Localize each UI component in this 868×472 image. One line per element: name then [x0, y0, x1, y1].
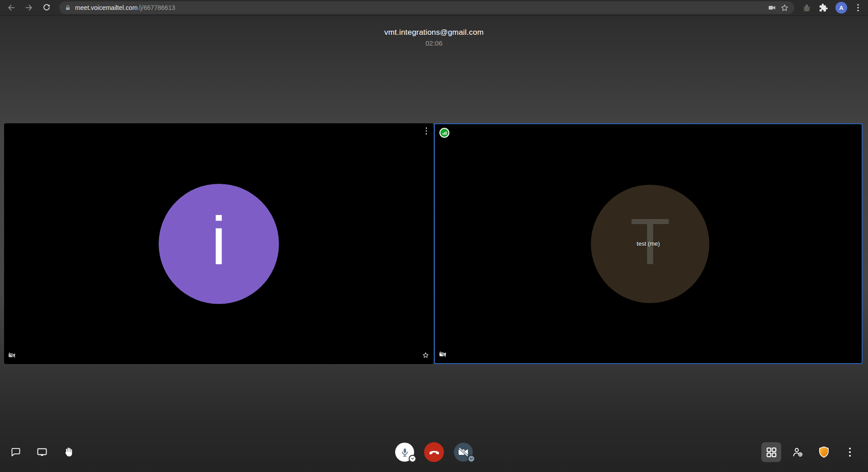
browser-menu-icon[interactable] [854, 3, 862, 12]
audio-level-indicator [439, 128, 449, 138]
microphone-button[interactable] [395, 443, 414, 462]
extensions-puzzle-icon[interactable] [819, 3, 828, 13]
share-screen-icon [36, 447, 48, 458]
tile-view-icon [765, 446, 778, 458]
profile-avatar[interactable]: A [835, 2, 847, 14]
browser-toolbar: meet.voicemailtel.com/j/667786613 C A [0, 0, 868, 16]
chevron-down-icon [469, 457, 473, 461]
avatar-letter: i [211, 207, 226, 275]
extension-icon[interactable]: C [802, 3, 811, 13]
video-muted-icon [8, 352, 16, 360]
meeting-timer: 02:06 [0, 39, 868, 47]
svg-text:C: C [806, 7, 808, 10]
kebab-menu-icon [424, 127, 429, 135]
avatar: T [591, 185, 709, 303]
microphone-options-button[interactable] [409, 455, 416, 463]
participant-tile-remote[interactable]: i [4, 123, 434, 364]
lock-icon [65, 4, 71, 11]
reload-icon [42, 3, 51, 12]
audio-bars-icon [442, 130, 448, 136]
video-muted-icon [439, 351, 447, 360]
toolbar-center [395, 442, 473, 462]
url-path: /j/667786613 [139, 4, 175, 11]
avatar-letter: T [630, 209, 670, 275]
more-actions-icon [848, 447, 852, 458]
chat-button[interactable] [10, 442, 22, 462]
camera-options-button[interactable] [467, 455, 475, 463]
invite-participants-icon [792, 446, 804, 458]
bookmark-star-icon[interactable] [780, 4, 789, 12]
raise-hand-icon [63, 446, 74, 458]
address-bar[interactable]: meet.voicemailtel.com/j/667786613 [59, 1, 794, 14]
raise-hand-button[interactable] [62, 442, 74, 462]
avatar: i [159, 184, 279, 304]
forward-arrow-icon [24, 3, 33, 12]
toolbar-right [761, 442, 860, 462]
security-shield-icon [818, 446, 830, 458]
hangup-icon [428, 446, 440, 458]
tile-menu-button[interactable] [423, 126, 430, 136]
star-rating-icon[interactable] [422, 352, 429, 360]
camera-off-icon [458, 447, 469, 457]
camera-button[interactable] [454, 443, 473, 462]
forward-button[interactable] [24, 3, 34, 13]
participant-tile-local[interactable]: T test (me) [434, 123, 863, 364]
microphone-icon [400, 447, 410, 458]
invite-participants-button[interactable] [788, 442, 807, 462]
hangup-button[interactable] [424, 442, 444, 462]
meeting-stage: vmt.integrations@gmail.com 02:06 i [0, 16, 868, 472]
camera-in-use-icon[interactable] [768, 4, 776, 12]
back-button[interactable] [6, 3, 16, 13]
more-actions-button[interactable] [840, 442, 860, 462]
share-screen-button[interactable] [36, 442, 48, 462]
url-domain: meet.voicemailtel.com [75, 4, 138, 11]
meeting-title: vmt.integrations@gmail.com [0, 28, 868, 37]
chevron-down-icon [410, 457, 415, 461]
security-button[interactable] [814, 442, 834, 462]
toolbar-left [10, 442, 74, 462]
back-arrow-icon [7, 3, 16, 12]
tile-view-button[interactable] [761, 442, 781, 462]
browser-actions: C A [802, 2, 862, 14]
reload-button[interactable] [42, 3, 52, 13]
chat-icon [10, 447, 21, 458]
